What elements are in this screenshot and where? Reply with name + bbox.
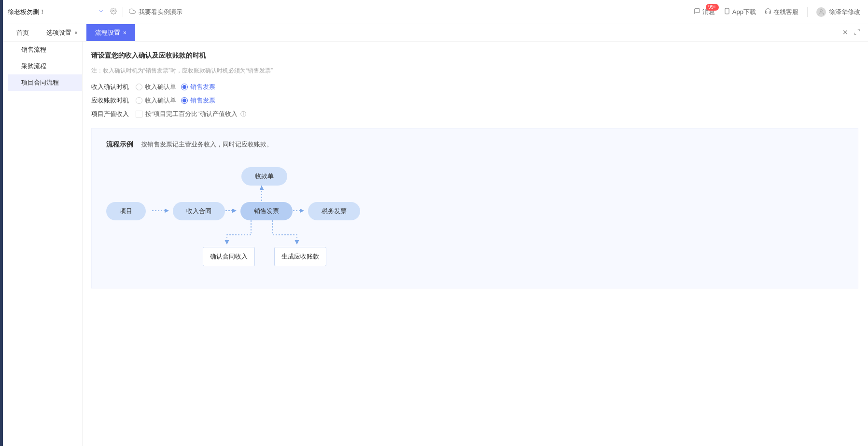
node-label: 项目 <box>120 207 132 216</box>
radio-receivable-sales-invoice[interactable]: 销售发票 <box>181 96 215 105</box>
messages-badge: 99+ <box>706 4 719 11</box>
note-text: 注：收入确认时机为“销售发票”时，应收账款确认时机必须为“销售发票” <box>91 67 858 75</box>
node-label: 确认合同收入 <box>210 252 248 261</box>
flow-title: 流程示例 <box>106 140 133 149</box>
cloud-icon <box>129 8 136 16</box>
radio-label: 收入确认单 <box>145 83 176 91</box>
node-label: 生成应收账款 <box>281 252 319 261</box>
svg-rect-1 <box>725 8 729 14</box>
node-label: 销售发票 <box>254 207 279 216</box>
radio-icon <box>136 84 142 90</box>
tab-label: 选项设置 <box>46 29 71 37</box>
main-area: 销售流程 采购流程 项目合同流程 请设置您的收入确认及应收账款的时机 注：收入确… <box>8 42 868 446</box>
flow-node-sales-invoice: 销售发票 <box>240 202 293 220</box>
close-icon[interactable]: × <box>123 29 126 36</box>
flow-node-generate-receivable: 生成应收账款 <box>274 247 326 266</box>
subnav-purchase-process[interactable]: 采购流程 <box>8 58 82 74</box>
radio-icon <box>136 97 142 104</box>
expand-icon[interactable] <box>854 29 860 37</box>
app-download-button[interactable]: App下载 <box>724 8 756 16</box>
subnav-project-contract-process[interactable]: 项目合同流程 <box>8 74 82 91</box>
tab-label: 流程设置 <box>95 29 120 37</box>
gear-icon[interactable] <box>110 8 117 16</box>
content: 请设置您的收入确认及应收账款的时机 注：收入确认时机为“销售发票”时，应收账款确… <box>83 42 868 446</box>
subnav-label: 采购流程 <box>21 62 46 70</box>
user-menu[interactable]: 徐泽华修改 <box>816 7 860 17</box>
messages-button[interactable]: 消息 99+ <box>694 8 715 16</box>
phone-icon <box>724 8 730 16</box>
demo-link[interactable]: 我要看实例演示 <box>129 8 182 16</box>
subnav-sales-process[interactable]: 销售流程 <box>8 42 82 58</box>
avatar <box>816 7 826 17</box>
support-button[interactable]: 在线客服 <box>765 8 798 16</box>
radio-icon <box>181 97 188 104</box>
form-label: 收入确认时机 <box>91 83 131 91</box>
checkbox-completion-percentage[interactable]: 按“项目完工百分比”确认产值收入 ⓘ <box>136 110 246 118</box>
row-receivable-timing: 应收账款时机 收入确认单 销售发票 <box>91 96 858 105</box>
left-app-strip <box>0 0 3 446</box>
close-icon[interactable]: × <box>74 29 78 36</box>
node-label: 税务发票 <box>322 207 347 216</box>
form-label: 应收账款时机 <box>91 96 131 105</box>
flow-node-project: 项目 <box>106 202 146 220</box>
flow-node-confirm-contract-income: 确认合同收入 <box>203 247 255 266</box>
divider <box>807 7 808 17</box>
radio-label: 销售发票 <box>190 96 215 105</box>
flow-description: 按销售发票记主营业务收入，同时记应收账款。 <box>141 140 273 149</box>
message-icon <box>694 8 700 16</box>
node-label: 收款单 <box>255 172 274 181</box>
form-label: 项目产值收入 <box>91 110 131 118</box>
tabs-bar: 首页 选项设置 × 流程设置 × × <box>0 24 868 42</box>
row-income-confirm-timing: 收入确认时机 收入确认单 销售发票 <box>91 83 858 91</box>
radio-label: 销售发票 <box>190 83 215 91</box>
radio-label: 收入确认单 <box>145 96 176 105</box>
org-name: 徐老板勿删！ <box>8 8 45 16</box>
radio-income-confirm-doc[interactable]: 收入确认单 <box>136 83 176 91</box>
flow-node-tax-invoice: 税务发票 <box>308 202 360 220</box>
user-name: 徐泽华修改 <box>829 8 860 16</box>
subnav-label: 项目合同流程 <box>21 79 59 86</box>
close-all-icon[interactable]: × <box>842 28 848 38</box>
chevron-down-icon <box>98 8 104 16</box>
row-project-output-income: 项目产值收入 按“项目完工百分比”确认产值收入 ⓘ <box>91 110 858 118</box>
headset-icon <box>765 8 771 16</box>
tab-option-settings[interactable]: 选项设置 × <box>38 24 86 41</box>
flow-node-income-contract: 收入合同 <box>173 202 225 220</box>
radio-receivable-confirm-doc[interactable]: 收入确认单 <box>136 96 176 105</box>
svg-point-3 <box>820 9 823 12</box>
flow-example-panel: 流程示例 按销售发票记主营业务收入，同时记应收账款。 <box>91 128 858 288</box>
node-label: 收入合同 <box>186 207 211 216</box>
svg-point-0 <box>112 10 114 12</box>
checkbox-icon <box>136 111 142 117</box>
top-bar: 徐老板勿删！ 我要看实例演示 消息 99+ App下 <box>0 0 868 24</box>
tab-label: 首页 <box>16 29 29 37</box>
subnav-label: 销售流程 <box>21 46 46 53</box>
flow-node-receipt: 收款单 <box>241 167 287 186</box>
radio-icon <box>181 84 188 90</box>
flow-canvas: 收款单 项目 收入合同 销售发票 税务发票 确认合同收入 生成应 <box>106 162 843 269</box>
demo-link-label: 我要看实例演示 <box>139 8 182 16</box>
tab-process-settings[interactable]: 流程设置 × <box>86 24 135 41</box>
support-label: 在线客服 <box>773 8 798 16</box>
sub-nav: 销售流程 采购流程 项目合同流程 <box>8 42 83 446</box>
page-title: 请设置您的收入确认及应收账款的时机 <box>91 51 858 60</box>
radio-income-sales-invoice[interactable]: 销售发票 <box>181 83 215 91</box>
org-selector[interactable]: 徐老板勿删！ <box>8 8 104 16</box>
divider <box>123 7 123 17</box>
tab-home[interactable]: 首页 <box>8 24 38 41</box>
help-icon[interactable]: ⓘ <box>240 110 246 118</box>
app-download-label: App下载 <box>732 8 756 16</box>
checkbox-label-text: 按“项目完工百分比”确认产值收入 <box>145 110 238 118</box>
